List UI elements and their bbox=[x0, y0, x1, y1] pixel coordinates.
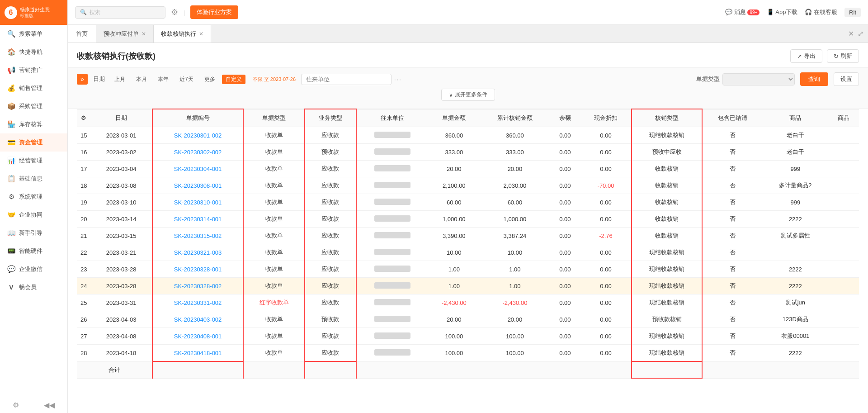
collapse-icon[interactable]: ◀◀ bbox=[44, 401, 55, 409]
filter-custom-btn[interactable]: 自定义 bbox=[222, 75, 245, 84]
tabbar: 首页 预收冲应付单 ✕ 收款核销执行 ✕ ✕ ⤢ bbox=[68, 25, 868, 43]
col-settings[interactable]: ⚙ bbox=[77, 109, 90, 127]
bill-no-link[interactable]: SK-20230301-002 bbox=[174, 132, 222, 139]
filter-last-7-days[interactable]: 近7天 bbox=[175, 74, 198, 85]
page-title: 收款核销执行(按收款) bbox=[77, 51, 156, 62]
cell-goods2 bbox=[828, 161, 859, 177]
bill-no-link[interactable]: SK-20230331-002 bbox=[174, 299, 222, 306]
cell-settled: 否 bbox=[702, 261, 763, 278]
cell-amount: 60.00 bbox=[428, 194, 480, 211]
col-amount: 单据金额 bbox=[428, 109, 480, 127]
solution-button[interactable]: 体验行业方案 bbox=[190, 5, 238, 19]
table-row: 22 2023-03-21 SK-20230321-003 收款单 应收款 10… bbox=[77, 244, 859, 261]
sidebar-item-basics[interactable]: 📋 基础信息 bbox=[0, 170, 67, 188]
cell-goods1: 2222 bbox=[763, 211, 828, 228]
sidebar-item-sales[interactable]: 💰 销售管理 bbox=[0, 79, 67, 97]
unit-input[interactable] bbox=[301, 74, 392, 85]
bill-no-link[interactable]: SK-20230315-002 bbox=[174, 233, 222, 239]
footer-settled bbox=[702, 361, 763, 378]
footer-biz-type bbox=[305, 361, 356, 378]
sidebar-logo: 6 畅康道好生意 标推版 bbox=[0, 0, 67, 25]
settings-bottom-icon[interactable]: ⚙ bbox=[13, 401, 19, 409]
filter-toggle-btn[interactable]: » bbox=[77, 74, 88, 85]
tab-close-collection[interactable]: ✕ bbox=[199, 31, 203, 37]
bill-no-link[interactable]: SK-20230403-002 bbox=[174, 316, 222, 323]
filter-unit-area: ··· bbox=[301, 74, 691, 85]
bill-no-link[interactable]: SK-20230418-001 bbox=[174, 350, 222, 356]
sidebar-item-collab[interactable]: 🤝 企业协同 bbox=[0, 206, 67, 224]
sidebar-item-inventory[interactable]: 🏪 库存核算 bbox=[0, 115, 67, 133]
cell-bill-type: 收款单 bbox=[243, 177, 304, 194]
sidebar-item-hardware[interactable]: 📟 智能硬件 bbox=[0, 242, 67, 260]
filter-this-month[interactable]: 本月 bbox=[132, 74, 151, 85]
sidebar-item-system[interactable]: ⚙ 系统管理 bbox=[0, 188, 67, 206]
sidebar-item-search[interactable]: 🔍 搜索菜单 bbox=[0, 25, 67, 43]
cell-biz-type: 应收款 bbox=[305, 211, 356, 228]
bill-no-link[interactable]: SK-20230321-003 bbox=[174, 249, 222, 256]
app-download-link[interactable]: 📱 App下载 bbox=[767, 8, 797, 16]
filter-last-month[interactable]: 上月 bbox=[110, 74, 129, 85]
sidebar-item-quick-nav[interactable]: 🏠 快捷导航 bbox=[0, 43, 67, 61]
sidebar-item-operations[interactable]: 📊 经营管理 bbox=[0, 152, 67, 170]
cell-unit bbox=[356, 294, 428, 311]
online-service-link[interactable]: 🎧 在线客服 bbox=[805, 8, 837, 16]
bill-type-select[interactable] bbox=[722, 73, 795, 85]
cell-bill-type: 收款单 bbox=[243, 328, 304, 345]
cell-bill-type: 收款单 bbox=[243, 161, 304, 177]
bill-no-link[interactable]: SK-20230328-002 bbox=[174, 283, 222, 290]
message-icon[interactable]: 💬 消息 99+ bbox=[725, 8, 760, 16]
cell-settled: 否 bbox=[702, 345, 763, 362]
guide-icon: 📖 bbox=[7, 229, 15, 237]
table-row: 18 2023-03-08 SK-20230308-001 收款单 应收款 2,… bbox=[77, 177, 859, 194]
search-icon-top: 🔍 bbox=[80, 9, 87, 15]
cell-amount: 1.00 bbox=[428, 278, 480, 294]
topbar-settings-icon[interactable]: ⚙ bbox=[171, 7, 178, 17]
filter-this-year[interactable]: 本年 bbox=[154, 74, 173, 85]
sidebar-item-marketing[interactable]: 📢 营销推广 bbox=[0, 61, 67, 79]
export-button[interactable]: ↗ 导出 bbox=[790, 49, 822, 63]
tab-home[interactable]: 首页 bbox=[68, 25, 96, 43]
cell-unit bbox=[356, 177, 428, 194]
bill-no-link[interactable]: SK-20230328-001 bbox=[174, 266, 222, 273]
bill-no-link[interactable]: SK-20230310-001 bbox=[174, 199, 222, 206]
cell-goods1 bbox=[763, 244, 828, 261]
refresh-button[interactable]: ↻ 刷新 bbox=[827, 49, 859, 63]
col-discount: 现金折扣 bbox=[580, 109, 632, 127]
expand-row: ∨ 展开更多条件 bbox=[77, 86, 859, 104]
cell-biz-type: 预收款 bbox=[305, 311, 356, 328]
bill-no-link[interactable]: SK-20230304-001 bbox=[174, 166, 222, 172]
logo-text: 畅康道好生意 标推版 bbox=[20, 6, 50, 19]
tab-expand-icon[interactable]: ⤢ bbox=[858, 29, 863, 38]
user-info[interactable]: Rit bbox=[844, 8, 861, 17]
tab-close-prepayment[interactable]: ✕ bbox=[142, 31, 146, 37]
tab-prepayment[interactable]: 预收冲应付单 ✕ bbox=[96, 25, 154, 43]
cell-date: 2023-03-31 bbox=[90, 294, 152, 311]
query-button[interactable]: 查询 bbox=[800, 72, 828, 86]
bill-no-link[interactable]: SK-20230314-001 bbox=[174, 216, 222, 223]
settings-button[interactable]: 设置 bbox=[834, 72, 859, 86]
cell-balance: 0.00 bbox=[550, 278, 581, 294]
sidebar-item-member[interactable]: V 畅会员 bbox=[0, 278, 67, 296]
bill-no-link[interactable]: SK-20230408-001 bbox=[174, 333, 222, 340]
cell-bill-type: 收款单 bbox=[243, 311, 304, 328]
topbar-actions: 💬 消息 99+ 📱 App下载 🎧 在线客服 Rit bbox=[725, 8, 861, 17]
filter-more[interactable]: 更多 bbox=[200, 74, 219, 85]
bill-no-link[interactable]: SK-20230308-001 bbox=[174, 182, 222, 189]
table-row: 15 2023-03-01 SK-20230301-002 收款单 应收款 36… bbox=[77, 127, 859, 144]
sidebar-item-purchase[interactable]: 📦 采购管理 bbox=[0, 97, 67, 115]
tab-collection[interactable]: 收款核销执行 ✕ bbox=[154, 25, 211, 43]
cell-discount: 0.00 bbox=[580, 294, 632, 311]
cell-date: 2023-04-08 bbox=[90, 328, 152, 345]
search-box[interactable]: 🔍 搜索 bbox=[75, 6, 165, 19]
cell-bill-type: 收款单 bbox=[243, 278, 304, 294]
expand-conditions-btn[interactable]: ∨ 展开更多条件 bbox=[441, 89, 495, 101]
sidebar-item-wecom[interactable]: 💬 企业微信 bbox=[0, 260, 67, 278]
sidebar-item-finance[interactable]: 💳 资金管理 bbox=[0, 133, 67, 152]
cell-goods1: 2222 bbox=[763, 261, 828, 278]
sidebar-item-guide[interactable]: 📖 新手引导 bbox=[0, 224, 67, 242]
cell-amount: 100.00 bbox=[428, 345, 480, 362]
cell-unit bbox=[356, 328, 428, 345]
tab-close-all-icon[interactable]: ✕ bbox=[848, 29, 854, 38]
cell-verified: 1.00 bbox=[480, 278, 549, 294]
bill-no-link[interactable]: SK-20230302-002 bbox=[174, 149, 222, 156]
